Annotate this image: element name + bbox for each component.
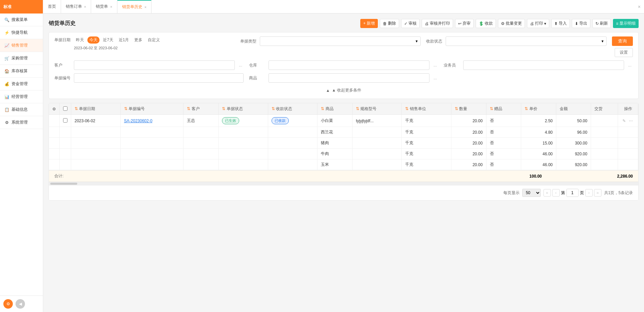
filter-row-3: 单据编号 商品 ... [54, 73, 633, 83]
abandon-icon: ↩ [458, 21, 461, 26]
review-print-btn[interactable]: 🖨 审核并打印 [422, 19, 453, 28]
col-unit[interactable]: ⇅ 销售单位 [402, 103, 451, 115]
col-goods[interactable]: ⇅ 商品 [317, 103, 353, 115]
prev-page-btn[interactable]: ‹ [552, 189, 560, 197]
sidebar-item-purchase-mgmt[interactable]: 🛒 采购管理 [0, 52, 43, 65]
tab-sales-goods[interactable]: 销货单 × [91, 0, 117, 13]
cell-settings [49, 127, 60, 138]
cell-amount: 50.00 [556, 115, 591, 127]
set-btn[interactable]: 设置 [615, 48, 633, 57]
payment-select[interactable]: ▾ [446, 36, 607, 46]
refresh-btn[interactable]: ↻ 刷新 [592, 19, 611, 28]
scroll-thumb[interactable] [50, 183, 77, 185]
cell-amount: 96.00 [556, 127, 591, 138]
sidebar-settings-btn[interactable]: ⚙ [3, 299, 13, 309]
order-no-input[interactable] [74, 73, 244, 83]
collapse-btn[interactable]: ▲ ▲ 收起更多条件 [322, 86, 365, 95]
col-order-status[interactable]: ⇅ 单据状态 [219, 103, 268, 115]
last-page-btn[interactable]: » [594, 189, 601, 197]
sidebar-item-quick-nav[interactable]: ⚡ 快捷导航 [0, 26, 43, 39]
cell-settings [49, 149, 60, 159]
collapse-icon: ▲ [326, 88, 330, 93]
new-btn[interactable]: + 新增 [360, 19, 378, 28]
batch-change-btn[interactable]: ⚙ 批量变更 [498, 19, 525, 28]
show-detail-btn[interactable]: ≡ 显示明细 [613, 19, 639, 28]
first-page-btn[interactable]: « [543, 189, 551, 197]
tab-close-sales-goods[interactable]: × [110, 5, 112, 9]
per-page-select[interactable]: 50 20 100 [522, 189, 541, 197]
tab-close-sales-order[interactable]: × [84, 5, 86, 9]
row-checkbox[interactable] [63, 118, 67, 123]
col-date[interactable]: ⇅ 单据日期 [71, 103, 121, 115]
cell-gift: 否 [486, 115, 521, 127]
sidebar-item-ops-mgmt[interactable]: 📊 经营管理 [0, 90, 43, 103]
sidebar-item-sys-mgmt[interactable]: ⚙ 系统管理 [0, 116, 43, 129]
select-all-checkbox[interactable] [63, 106, 67, 111]
cell-gift: 否 [486, 159, 521, 170]
page-input[interactable] [566, 189, 579, 197]
sidebar-collapse-btn[interactable]: ◀ [16, 299, 25, 309]
page-label-after: 页 [580, 190, 584, 196]
tab-sales-order[interactable]: 销售订单 × [61, 0, 91, 13]
date-1month[interactable]: 近1月 [117, 36, 131, 44]
collect-btn[interactable]: 💲 收款 [476, 19, 496, 28]
export-btn[interactable]: ⬇ 导出 [572, 19, 590, 28]
next-page-btn[interactable]: › [585, 189, 593, 197]
col-settings[interactable]: ⚙ [49, 103, 60, 115]
order-no-link[interactable]: SA-20230602-0 [124, 119, 152, 123]
cell-unit-price: 15.00 [521, 138, 556, 149]
order-status-badge: 已生效 [222, 117, 239, 124]
col-customer[interactable]: ⇅ 客户 [184, 103, 219, 115]
col-gift[interactable]: ⇅ 赠品 [486, 103, 521, 115]
date-more[interactable]: 更多 [132, 36, 144, 44]
col-order-no[interactable]: ⇅ 单据编号 [120, 103, 184, 115]
warehouse-dots[interactable]: ... [432, 63, 438, 68]
col-payment-status[interactable]: ⇅ 收款状态 [268, 103, 317, 115]
col-unit-price[interactable]: ⇅ 单价 [521, 103, 556, 115]
tab-close-sales-history[interactable]: × [144, 5, 146, 9]
staff-input[interactable] [463, 60, 624, 70]
review-btn[interactable]: ✓ 审核 [401, 19, 420, 28]
col-qty[interactable]: ⇅ 数量 [451, 103, 486, 115]
tab-home[interactable]: 首页 [43, 0, 61, 13]
sidebar-bottom: ⚙ ◀ [0, 295, 43, 312]
col-amount[interactable]: 金额 [556, 103, 591, 115]
sidebar-item-base-info[interactable]: 📋 基础信息 [0, 103, 43, 116]
staff-dots[interactable]: ... [627, 63, 633, 68]
cell-checkbox[interactable] [60, 115, 71, 127]
cell-unit-price: 46.00 [521, 159, 556, 170]
cell-customer [184, 159, 219, 170]
cell-checkbox [60, 159, 71, 170]
col-spec[interactable]: ⇅ 规格型号 [352, 103, 401, 115]
date-custom[interactable]: 自定义 [146, 36, 162, 44]
cell-date [71, 138, 121, 149]
scroll-bar[interactable] [49, 182, 638, 185]
abandon-btn[interactable]: ↩ 弃审 [455, 19, 474, 28]
customer-input[interactable] [74, 60, 235, 70]
delete-btn[interactable]: 🗑 删除 [380, 19, 399, 28]
date-today[interactable]: 今天 [87, 36, 100, 44]
sidebar-item-sales-mgmt[interactable]: 📈 销售管理 [0, 39, 43, 52]
col-trade[interactable]: 交货 [591, 103, 618, 115]
goods-input[interactable] [269, 73, 429, 83]
goods-dots[interactable]: ... [432, 76, 438, 80]
sidebar-item-inventory[interactable]: 🏠 库存核算 [0, 65, 43, 78]
date-7days[interactable]: 近7天 [101, 36, 115, 44]
toolbar: + 新增 🗑 删除 ✓ 审核 🖨 审核并打印 ↩ 弃审 [360, 19, 639, 28]
sidebar-item-search-menu[interactable]: 🔍 搜索菜单 [0, 14, 43, 26]
edit-icon[interactable]: ✎ [622, 119, 626, 123]
type-select[interactable]: ▾ [260, 36, 421, 46]
cell-customer [184, 127, 219, 138]
sidebar-item-finance-mgmt[interactable]: 💰 资金管理 [0, 78, 43, 90]
warehouse-input[interactable] [269, 60, 429, 70]
cell-spec [352, 159, 401, 170]
tab-sales-history[interactable]: 销货单历史 × [117, 0, 151, 13]
close-all-btn[interactable]: × [635, 0, 644, 13]
more-icon[interactable]: ⋯ [629, 119, 633, 123]
col-checkbox[interactable] [60, 103, 71, 115]
customer-dots[interactable]: ... [237, 63, 244, 68]
print-btn[interactable]: 🖨 打印 ▾ [527, 19, 549, 28]
import-btn[interactable]: ⬆ 导入 [551, 19, 570, 28]
query-btn[interactable]: 查询 [612, 36, 633, 46]
date-yesterday[interactable]: 昨天 [74, 36, 86, 44]
